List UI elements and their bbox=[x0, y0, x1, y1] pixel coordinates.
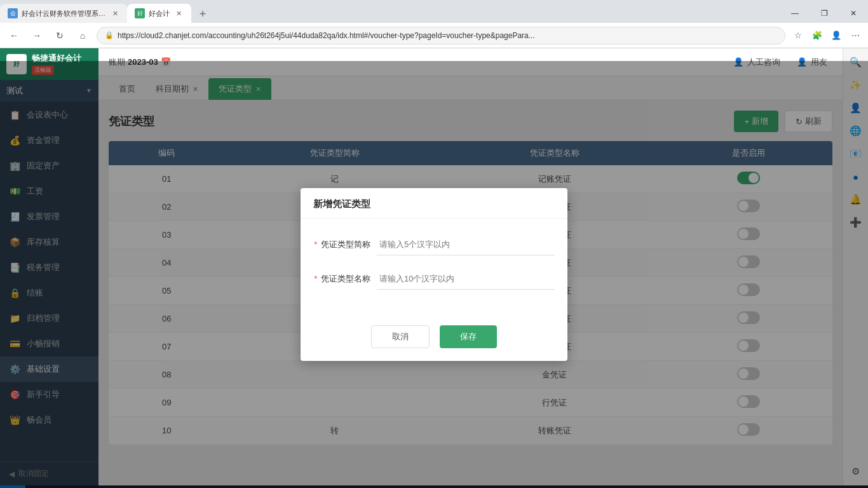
save-button[interactable]: 保存 bbox=[440, 325, 497, 348]
menu-icon[interactable]: ⋯ bbox=[848, 28, 863, 43]
url-text: https://cloud2.chanjet.com/accounting/uh… bbox=[118, 31, 535, 40]
name-label: * 凭证类型名称 bbox=[313, 273, 377, 285]
browser-tab-2[interactable]: 好 好会计 ✕ bbox=[127, 4, 191, 23]
dialog-title: 新增凭证类型 bbox=[313, 198, 370, 209]
dialog-body: * 凭证类型简称 * 凭证类型名称 bbox=[301, 219, 567, 318]
reload-button[interactable]: ↻ bbox=[51, 27, 69, 44]
close-button[interactable]: ✕ bbox=[839, 4, 868, 23]
short-name-row: * 凭证类型简称 bbox=[313, 234, 555, 255]
short-input[interactable] bbox=[377, 234, 555, 255]
forward-button[interactable]: → bbox=[28, 27, 46, 44]
profile-icon[interactable]: 👤 bbox=[829, 28, 844, 43]
home-button[interactable]: ⌂ bbox=[74, 27, 92, 44]
add-voucher-dialog: 新增凭证类型 * 凭证类型简称 * 凭证类型名称 取消 保存 bbox=[301, 188, 567, 361]
tab2-close[interactable]: ✕ bbox=[173, 8, 184, 18]
short-label: * 凭证类型简称 bbox=[313, 239, 377, 250]
cancel-button[interactable]: 取消 bbox=[371, 325, 430, 348]
back-button[interactable]: ← bbox=[5, 27, 23, 44]
dialog-footer: 取消 保存 bbox=[301, 318, 567, 361]
modal-overlay[interactable]: 新增凭证类型 * 凭证类型简称 * 凭证类型名称 取消 保存 bbox=[0, 61, 868, 488]
name-row: * 凭证类型名称 bbox=[313, 268, 555, 290]
star-icon[interactable]: ☆ bbox=[790, 28, 806, 43]
dialog-header: 新增凭证类型 bbox=[301, 188, 567, 219]
minimize-button[interactable]: — bbox=[780, 4, 810, 23]
maximize-button[interactable]: ❐ bbox=[810, 4, 839, 23]
tab2-favicon: 好 bbox=[135, 8, 145, 18]
tab1-title: 好会计云财务软件管理系统_会计 bbox=[22, 9, 107, 18]
browser-tab-1[interactable]: 会 好会计云财务软件管理系统_会计 ✕ bbox=[0, 4, 127, 23]
address-bar[interactable]: 🔒 https://cloud2.chanjet.com/accounting/… bbox=[97, 27, 785, 44]
tab1-close[interactable]: ✕ bbox=[111, 8, 119, 18]
name-required: * bbox=[314, 274, 317, 283]
name-input[interactable] bbox=[377, 268, 555, 290]
new-tab-button[interactable]: + bbox=[194, 5, 212, 23]
extensions-icon[interactable]: 🧩 bbox=[810, 28, 825, 43]
tab2-title: 好会计 bbox=[149, 9, 170, 18]
tab1-favicon: 会 bbox=[8, 8, 18, 18]
short-required: * bbox=[314, 240, 317, 249]
